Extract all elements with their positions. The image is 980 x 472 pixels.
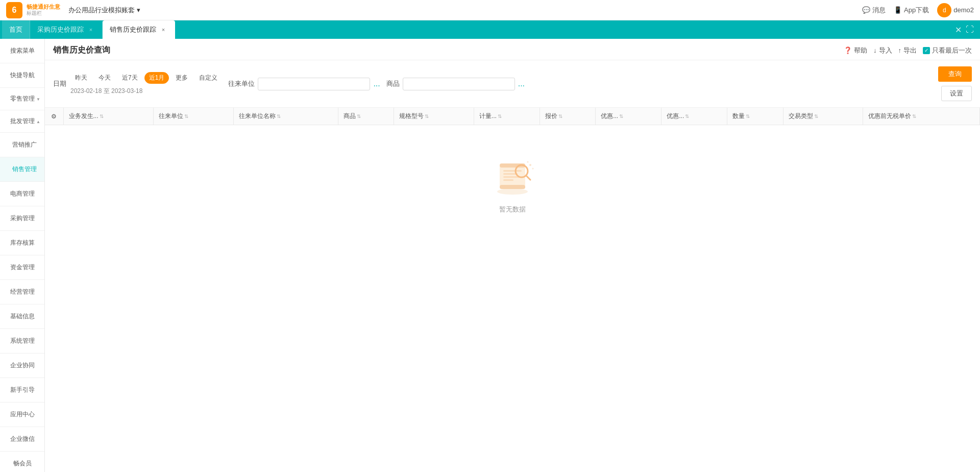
sidebar-item-operations[interactable]: 经营管理 — [0, 280, 44, 304]
tab-close-all-btn[interactable]: ✕ — [955, 25, 962, 35]
partner-input[interactable] — [258, 78, 370, 90]
sidebar-item-finance[interactable]: 资金管理 — [0, 255, 44, 280]
export-btn[interactable]: ↑ 导出 — [898, 46, 917, 55]
selector-dropdown-icon: ▾ — [137, 6, 140, 14]
wholesale-mgmt-label: 批发管理 — [10, 117, 35, 126]
empty-state: 暂无数据 — [45, 125, 980, 245]
message-btn[interactable]: 💬 消息 — [862, 6, 886, 15]
tab-purchase-history-label: 采购历史价跟踪 — [37, 25, 84, 34]
partner-dots-btn[interactable]: ... — [373, 79, 380, 88]
marketing-label: 营销推广 — [12, 140, 37, 149]
col-quantity[interactable]: 数量⇅ — [727, 108, 783, 125]
table-header: ⚙ 业务发生...⇅ 往来单位⇅ 往来单位名称⇅ — [45, 108, 980, 125]
col-trade-type[interactable]: 交易类型⇅ — [783, 108, 863, 125]
col-gear[interactable]: ⚙ — [45, 108, 63, 125]
date-btn-yesterday[interactable]: 昨天 — [70, 72, 92, 84]
sidebar: 搜索菜单 快捷导航 零售管理 批发管理 营销推广 销售管理 电商管理 采购管理 … — [0, 39, 45, 472]
date-btn-more[interactable]: 更多 — [171, 72, 192, 84]
empty-text: 暂无数据 — [499, 205, 526, 214]
sidebar-item-enterprise[interactable]: 企业协同 — [0, 353, 44, 378]
svg-rect-7 — [503, 179, 513, 181]
empty-icon — [487, 156, 538, 197]
sidebar-item-quick-nav[interactable]: 快捷导航 — [0, 63, 44, 88]
col-product[interactable]: 商品⇅ — [338, 108, 394, 125]
help-btn[interactable]: ❓ 帮助 — [844, 46, 867, 55]
col-discount1[interactable]: 优惠...⇅ — [596, 108, 662, 125]
sidebar-item-inventory[interactable]: 库存核算 — [0, 231, 44, 255]
inventory-label: 库存核算 — [10, 239, 35, 247]
sidebar-item-basic-info[interactable]: 基础信息 — [0, 304, 44, 329]
svg-rect-4 — [503, 170, 522, 172]
user-avatar: d — [937, 3, 951, 17]
message-label: 消息 — [872, 6, 886, 15]
col-discount2[interactable]: 优惠...⇅ — [662, 108, 727, 125]
sidebar-item-search-menu[interactable]: 搜索菜单 — [0, 39, 44, 63]
sidebar-item-ecommerce[interactable]: 电商管理 — [0, 182, 44, 206]
only-last-checkbox-icon — [923, 47, 930, 54]
product-input[interactable] — [403, 78, 515, 90]
tab-sales-history-close[interactable]: × — [159, 26, 167, 34]
import-icon: ↓ — [873, 46, 877, 54]
page-container: 销售历史价查询 ❓ 帮助 ↓ 导入 ↑ 导出 — [45, 39, 980, 472]
enterprise-label: 企业协同 — [10, 361, 35, 370]
sidebar-item-membership[interactable]: 畅会员 — [0, 452, 44, 472]
date-btn-7days[interactable]: 近7天 — [117, 72, 142, 84]
import-label: 导入 — [879, 46, 892, 55]
date-btn-custom[interactable]: 自定义 — [194, 72, 222, 84]
query-button[interactable]: 查询 — [938, 66, 972, 82]
tab-purchase-history[interactable]: 采购历史价跟踪 × — [30, 20, 103, 39]
svg-rect-6 — [503, 176, 520, 178]
only-last-checkbox[interactable]: 只看最后一次 — [923, 46, 972, 55]
product-dots-btn[interactable]: ... — [518, 79, 525, 88]
app-branding: 畅捷通好生意 标题栏 — [27, 4, 60, 16]
finance-label: 资金管理 — [10, 263, 35, 272]
product-label: 商品 — [386, 79, 400, 88]
col-partner-name[interactable]: 往来单位名称⇅ — [234, 108, 338, 125]
sidebar-item-purchase-mgmt[interactable]: 采购管理 — [0, 206, 44, 231]
top-bar: 6 畅捷通好生意 标题栏 办公用品行业模拟账套 ▾ 💬 消息 📱 App下载 d… — [0, 0, 980, 20]
app-selector[interactable]: 办公用品行业模拟账套 ▾ — [64, 4, 144, 17]
sidebar-item-app-center[interactable]: 应用中心 — [0, 403, 44, 427]
svg-line-9 — [526, 176, 530, 180]
app-logo: 6 — [6, 2, 22, 18]
date-btn-1month[interactable]: 近1月 — [144, 72, 169, 84]
sidebar-item-wechat[interactable]: 企业微信 — [0, 427, 44, 452]
table-container: ⚙ 业务发生...⇅ 往来单位⇅ 往来单位名称⇅ — [45, 108, 980, 472]
sidebar-item-wholesale-mgmt[interactable]: 批发管理 — [0, 110, 44, 133]
app-download-btn[interactable]: 📱 App下载 — [894, 6, 929, 15]
phone-icon: 📱 — [894, 6, 902, 14]
date-btn-today[interactable]: 今天 — [94, 72, 115, 84]
main-layout: 搜索菜单 快捷导航 零售管理 批发管理 营销推广 销售管理 电商管理 采购管理 … — [0, 39, 980, 472]
col-spec[interactable]: 规格型号⇅ — [394, 108, 474, 125]
sidebar-item-retail-mgmt[interactable]: 零售管理 — [0, 88, 44, 110]
sidebar-item-sales-mgmt[interactable]: 销售管理 — [0, 157, 44, 182]
tab-home[interactable]: 首页 — [2, 20, 30, 39]
col-biz-date[interactable]: 业务发生...⇅ — [63, 108, 154, 125]
sidebar-item-marketing[interactable]: 营销推广 — [0, 133, 44, 157]
settings-button[interactable]: 设置 — [941, 86, 972, 101]
date-label: 日期 — [53, 79, 66, 88]
user-name: demo2 — [953, 6, 974, 14]
tab-bar-actions: ✕ ⛶ — [955, 20, 978, 39]
tab-purchase-history-close[interactable]: × — [87, 26, 95, 34]
col-pre-tax-price[interactable]: 优惠前无税单价⇅ — [863, 108, 980, 125]
filter-area: 日期 昨天 今天 近7天 近1月 更多 自定义 2023-02-18 至 202… — [45, 60, 980, 108]
sidebar-item-system-mgmt[interactable]: 系统管理 — [0, 329, 44, 353]
empty-svg — [487, 156, 538, 197]
sidebar-item-guide[interactable]: 新手引导 — [0, 378, 44, 403]
quick-nav-label: 快捷导航 — [10, 71, 35, 80]
tab-expand-btn[interactable]: ⛶ — [966, 25, 974, 34]
col-quoted-price[interactable]: 报价⇅ — [540, 108, 595, 125]
col-partner-code[interactable]: 往来单位⇅ — [154, 108, 234, 125]
col-unit[interactable]: 计量...⇅ — [474, 108, 540, 125]
tab-sales-history[interactable]: 销售历史价跟踪 × — [103, 20, 175, 39]
export-label: 导出 — [903, 46, 917, 55]
svg-point-10 — [529, 164, 531, 166]
import-btn[interactable]: ↓ 导入 — [873, 46, 892, 55]
ecommerce-label: 电商管理 — [10, 190, 35, 198]
partner-filter-group: 往来单位 ... — [228, 78, 380, 90]
user-info[interactable]: d demo2 — [937, 3, 974, 17]
system-mgmt-label: 系统管理 — [10, 337, 35, 345]
message-icon: 💬 — [862, 6, 870, 14]
content-area: 销售历史价查询 ❓ 帮助 ↓ 导入 ↑ 导出 — [45, 39, 980, 472]
